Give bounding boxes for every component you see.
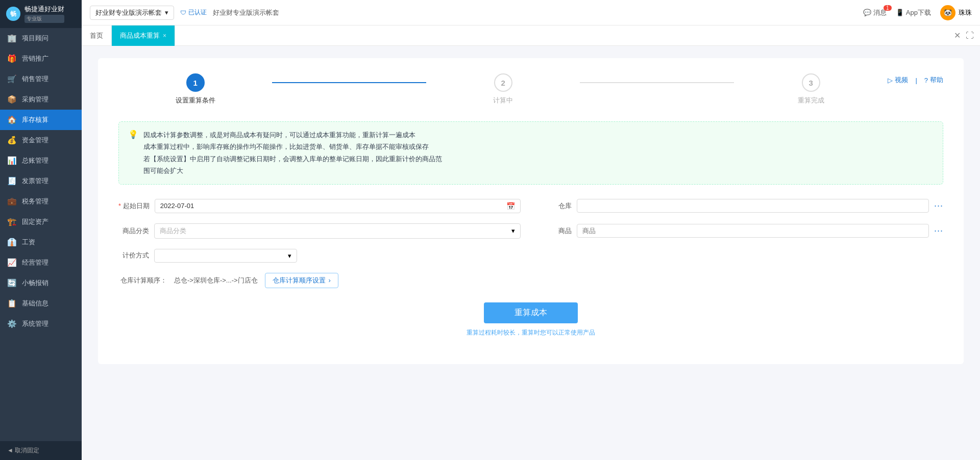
start-date-field[interactable] (160, 202, 503, 210)
shield-icon: 🛡 (180, 9, 186, 16)
sidebar-item-ops[interactable]: 📈 经营管理 (0, 252, 82, 273)
sidebar-label-assets: 固定资产 (22, 217, 48, 226)
warehouse-order-row: 仓库计算顺序： 总仓->深圳仓库->...->门店仓 仓库计算顺序设置 › (118, 273, 943, 288)
sidebar-title-block: 畅捷通好业财 专业版 (24, 5, 64, 23)
tab-close-icon[interactable]: × (163, 32, 166, 39)
sidebar-item-system[interactable]: ⚙️ 系统管理 (0, 314, 82, 334)
pricing-select[interactable]: ▾ (154, 249, 297, 263)
content-area: 1 设置重算条件 2 计算中 3 重算完成 (82, 46, 980, 460)
step-3-num: 3 (808, 79, 813, 87)
sidebar-label-tax: 税务管理 (22, 197, 48, 206)
goods-field[interactable] (582, 227, 923, 235)
chevron-down-icon: ▾ (165, 9, 168, 16)
close-window-icon[interactable]: ✕ (954, 31, 961, 40)
sidebar-item-finance[interactable]: 💰 资金管理 (0, 130, 82, 150)
invoice-icon: 🧾 (7, 176, 17, 186)
expand-icon[interactable]: ⛶ (966, 31, 974, 40)
topbar: 好业财专业版演示帐套 ▾ 🛡 已认证 好业财专业版演示帐套 💬 消息 1 📱 A… (82, 0, 980, 25)
sidebar-edition-badge: 专业版 (24, 15, 64, 23)
company-select-text: 好业财专业版演示帐套 (95, 8, 162, 17)
stepper: 1 设置重算条件 2 计算中 3 重算完成 (118, 73, 943, 105)
goods-label: 商品 (541, 226, 572, 236)
warehouse-input[interactable] (577, 199, 929, 213)
company-select[interactable]: 好业财专业版演示帐套 ▾ (90, 6, 174, 20)
sidebar-item-inventory[interactable]: 🏠 库存核算 (0, 110, 82, 130)
sidebar-item-accounting[interactable]: 📊 总账管理 (0, 150, 82, 171)
pricing-label: 计价方式 (118, 251, 149, 260)
calendar-icon[interactable]: 📅 (506, 202, 515, 210)
start-date-label: * 起始日期 (118, 201, 150, 211)
warehouse-field[interactable] (582, 202, 923, 210)
tabs-actions: ✕ ⛶ (948, 31, 980, 40)
step-2: 2 计算中 (426, 73, 580, 105)
category-placeholder: 商品分类 (160, 226, 508, 236)
sidebar-item-tax[interactable]: 💼 税务管理 (0, 191, 82, 212)
sidebar-label-marketing: 营销推广 (22, 54, 48, 63)
sidebar-item-marketing[interactable]: 🎁 营销推广 (0, 48, 82, 69)
sidebar-header: 畅 畅捷通好业财 专业版 (0, 0, 82, 28)
chevron-right-icon: › (329, 276, 331, 284)
app-download-label: App下载 (906, 8, 931, 17)
step-line-1 (272, 82, 426, 83)
video-help-button[interactable]: ▷ 视频 (888, 75, 908, 85)
sidebar-item-salary[interactable]: 👔 工资 (0, 232, 82, 252)
help-button[interactable]: ? 帮助 (924, 75, 943, 85)
notice-line-2: 成本重算过程中，影响库存账的操作均不能操作，比如进货单、销货单、库存单据不能审核… (143, 141, 442, 152)
sidebar-logo: 畅 (6, 7, 20, 21)
tab-cost-recalc[interactable]: 商品成本重算 × (112, 25, 175, 46)
recalc-button[interactable]: 重算成本 (484, 302, 578, 323)
sidebar-item-project[interactable]: 🏢 项目顾问 (0, 28, 82, 48)
step-2-label: 计算中 (493, 96, 513, 105)
tab-home[interactable]: 首页 (82, 25, 112, 46)
message-icon: 💬 (863, 9, 871, 16)
start-date-input[interactable]: 📅 (155, 199, 521, 213)
step-line-2 (580, 82, 733, 83)
warehouse-order-settings-button[interactable]: 仓库计算顺序设置 › (265, 273, 338, 288)
logo-text: 畅 (10, 10, 16, 18)
step-3: 3 重算完成 (734, 73, 888, 105)
sidebar-item-purchase[interactable]: 📦 采购管理 (0, 89, 82, 110)
phone-icon: 📱 (896, 9, 904, 16)
notice-box: 💡 因成本计算参数调整，或是对商品成本有疑问时，可以通过成本重算功能，重新计算一… (118, 121, 943, 185)
step-1: 1 设置重算条件 (118, 73, 272, 105)
category-select[interactable]: 商品分类 ▾ (154, 223, 521, 239)
step-2-circle: 2 (494, 73, 512, 92)
sidebar-pin-toggle[interactable]: ◄ 取消固定 (0, 441, 82, 460)
user-profile[interactable]: 🐼 珠珠 (940, 5, 972, 20)
accounting-icon: 📊 (7, 156, 17, 165)
sidebar-item-sales[interactable]: 🛒 销售管理 (0, 69, 82, 89)
sidebar-label-accounting: 总账管理 (22, 156, 48, 165)
avatar: 🐼 (940, 5, 955, 20)
tab-cost-recalc-label: 商品成本重算 (120, 31, 160, 40)
required-mark: * (118, 202, 121, 210)
ops-icon: 📈 (7, 258, 17, 267)
stepper-help: ▷ 视频 | ? 帮助 (888, 73, 943, 85)
message-badge: 1 (884, 5, 892, 11)
sidebar-item-assets[interactable]: 🏗️ 固定资产 (0, 212, 82, 232)
notice-line-1: 因成本计算参数调整，或是对商品成本有疑问时，可以通过成本重算功能，重新计算一遍成… (143, 129, 442, 141)
sidebar-item-invoice[interactable]: 🧾 发票管理 (0, 171, 82, 191)
goods-input[interactable] (577, 224, 929, 238)
tab-home-label: 首页 (90, 31, 103, 40)
sidebar-label-expense: 小畅报销 (22, 278, 48, 288)
tax-icon: 💼 (7, 197, 17, 206)
warehouse-order-prefix: 仓库计算顺序： (120, 276, 167, 285)
sidebar-item-basic[interactable]: 📋 基础信息 (0, 293, 82, 314)
sales-icon: 🛒 (7, 74, 17, 84)
recalc-center: 重算成本 重算过程耗时较长，重算时您可以正常使用产品 (118, 302, 943, 337)
sidebar-nav: 🏢 项目顾问 🎁 营销推广 🛒 销售管理 📦 采购管理 🏠 库存核算 💰 资金管… (0, 28, 82, 441)
sidebar-label-inventory: 库存核算 (22, 115, 48, 124)
app-download-button[interactable]: 📱 App下载 (896, 8, 931, 17)
messages-button[interactable]: 💬 消息 1 (863, 8, 887, 17)
warehouse-settings-label: 仓库计算顺序设置 (273, 276, 326, 285)
sidebar-item-expense[interactable]: 🔄 小畅报销 (0, 273, 82, 293)
company-name: 好业财专业版演示帐套 (213, 8, 279, 17)
goods-more-icon[interactable]: ··· (934, 225, 943, 236)
step-2-num: 2 (501, 79, 505, 87)
warehouse-more-icon[interactable]: ··· (934, 200, 943, 211)
basic-icon: 📋 (7, 299, 17, 308)
sidebar-label-sales: 销售管理 (22, 74, 48, 84)
sidebar-label-basic: 基础信息 (22, 299, 48, 308)
salary-icon: 👔 (7, 238, 17, 247)
expense-icon: 🔄 (7, 278, 17, 288)
